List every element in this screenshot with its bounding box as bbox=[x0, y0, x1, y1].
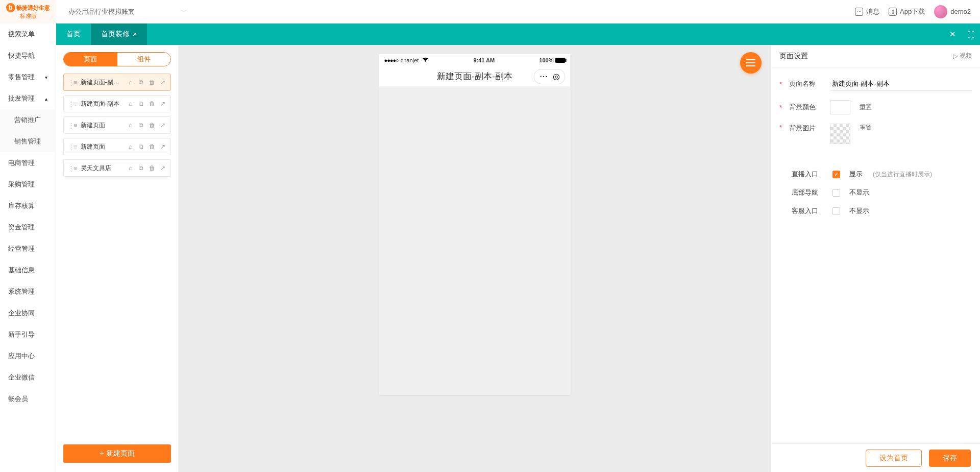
wifi-icon bbox=[422, 57, 429, 63]
live-label: 直播入口 bbox=[792, 170, 826, 179]
copy-icon[interactable]: ⧉ bbox=[137, 79, 145, 86]
phone-time: 9:41 AM bbox=[429, 57, 539, 63]
page-item[interactable]: ⋮≡昊天文具店⌂⧉🗑↗ bbox=[63, 159, 171, 177]
phone-body[interactable] bbox=[379, 87, 571, 395]
settings-title: 页面设置 bbox=[779, 52, 808, 61]
segment-control: 页面 组件 bbox=[63, 52, 171, 66]
copy-icon[interactable]: ⧉ bbox=[137, 143, 145, 151]
component-drawer-toggle[interactable] bbox=[740, 52, 762, 74]
logo: b 畅捷通好生意 标准版 bbox=[0, 0, 56, 23]
drag-handle-icon[interactable]: ⋮≡ bbox=[68, 79, 77, 86]
share-icon[interactable]: ↗ bbox=[159, 164, 166, 172]
sidebar-item[interactable]: 采购管理 bbox=[0, 174, 56, 195]
page-item[interactable]: ⋮≡新建页面-副本…⌂⧉🗑↗ bbox=[63, 74, 171, 91]
bgcolor-swatch[interactable] bbox=[830, 100, 850, 114]
tab-page-design[interactable]: 首页装修 × bbox=[91, 23, 147, 45]
sidebar-item[interactable]: 企业协同 bbox=[0, 302, 56, 324]
account-name: 办公用品行业模拟账套 bbox=[68, 7, 135, 16]
sidebar-item[interactable]: 畅会员 bbox=[0, 388, 56, 410]
messages-button[interactable]: ⋯ 消息 bbox=[855, 7, 879, 16]
sidebar-item[interactable]: 营销推广 bbox=[0, 109, 56, 131]
drag-handle-icon[interactable]: ⋮≡ bbox=[68, 100, 77, 108]
sidebar-item[interactable]: 快捷导航 bbox=[0, 45, 56, 66]
page-list-panel: 页面 组件 ⋮≡新建页面-副本…⌂⧉🗑↗⋮≡新建页面-副本⌂⧉🗑↗⋮≡新建页面⌂… bbox=[56, 45, 179, 472]
sidebar-item[interactable]: 库存核算 bbox=[0, 195, 56, 217]
share-icon[interactable]: ↗ bbox=[159, 100, 166, 108]
save-button[interactable]: 保存 bbox=[929, 450, 971, 467]
set-home-button[interactable]: 设为首页 bbox=[866, 450, 922, 467]
page-item[interactable]: ⋮≡新建页面⌂⧉🗑↗ bbox=[63, 116, 171, 134]
bgimg-picker[interactable] bbox=[830, 124, 850, 144]
copy-icon[interactable]: ⧉ bbox=[137, 164, 145, 172]
drag-handle-icon[interactable]: ⋮≡ bbox=[68, 122, 77, 129]
home-icon[interactable]: ⌂ bbox=[127, 100, 134, 108]
delete-icon[interactable]: 🗑 bbox=[148, 100, 156, 108]
page-item[interactable]: ⋮≡新建页面-副本⌂⧉🗑↗ bbox=[63, 95, 171, 112]
account-selector[interactable]: 办公用品行业模拟账套 ﹀ bbox=[68, 7, 187, 16]
service-checkbox[interactable] bbox=[832, 207, 840, 215]
close-icon[interactable]: × bbox=[133, 30, 137, 38]
copy-icon[interactable]: ⧉ bbox=[137, 100, 145, 108]
sidebar-item[interactable]: 零售管理▾ bbox=[0, 66, 56, 88]
workspace: 页面 组件 ⋮≡新建页面-副本…⌂⧉🗑↗⋮≡新建页面-副本⌂⧉🗑↗⋮≡新建页面⌂… bbox=[56, 45, 980, 472]
chevron-down-icon: ﹀ bbox=[181, 7, 187, 16]
drag-handle-icon[interactable]: ⋮≡ bbox=[68, 164, 77, 172]
sidebar-item[interactable]: 新手引导 bbox=[0, 324, 56, 345]
video-help-link[interactable]: ▷ 视频 bbox=[953, 52, 972, 60]
sidebar-item[interactable]: 电商管理 bbox=[0, 152, 56, 174]
share-icon[interactable]: ↗ bbox=[159, 79, 166, 86]
share-icon[interactable]: ↗ bbox=[159, 143, 166, 151]
segment-component[interactable]: 组件 bbox=[117, 53, 171, 66]
tab-home[interactable]: 首页 bbox=[56, 23, 91, 45]
bgimg-reset[interactable]: 重置 bbox=[860, 124, 872, 132]
phone-title: 新建页面-副本-副本 bbox=[437, 70, 512, 82]
page-item-name: 新建页面-副本 bbox=[81, 100, 122, 108]
sidebar-item[interactable]: 应用中心 bbox=[0, 345, 56, 367]
sidebar-item[interactable]: 搜索菜单 bbox=[0, 23, 56, 45]
sidebar: 搜索菜单快捷导航零售管理▾批发管理▴营销推广销售管理电商管理采购管理库存核算资金… bbox=[0, 23, 56, 472]
home-icon[interactable]: ⌂ bbox=[127, 122, 134, 129]
share-icon[interactable]: ↗ bbox=[159, 122, 166, 129]
bgcolor-reset[interactable]: 重置 bbox=[860, 103, 872, 112]
live-checkbox[interactable]: ✓ bbox=[832, 171, 840, 178]
segment-page[interactable]: 页面 bbox=[64, 53, 117, 66]
page-item-name: 新建页面 bbox=[81, 143, 122, 151]
copy-icon[interactable]: ⧉ bbox=[137, 122, 145, 129]
app-download-button[interactable]: ▯ App下载 bbox=[889, 7, 925, 16]
delete-icon[interactable]: 🗑 bbox=[148, 122, 156, 129]
sidebar-item[interactable]: 销售管理 bbox=[0, 131, 56, 152]
delete-icon[interactable]: 🗑 bbox=[148, 143, 156, 151]
delete-icon[interactable]: 🗑 bbox=[148, 164, 156, 172]
new-page-button[interactable]: + 新建页面 bbox=[63, 444, 171, 463]
home-icon[interactable]: ⌂ bbox=[127, 164, 134, 172]
page-name-input[interactable] bbox=[830, 77, 972, 91]
home-icon[interactable]: ⌂ bbox=[127, 143, 134, 151]
bgcolor-label: 背景颜色 bbox=[789, 103, 824, 112]
sidebar-item[interactable]: 经营管理 bbox=[0, 238, 56, 259]
page-item-name: 昊天文具店 bbox=[81, 164, 122, 173]
sidebar-item[interactable]: 资金管理 bbox=[0, 217, 56, 238]
sidebar-item[interactable]: 系统管理 bbox=[0, 281, 56, 302]
service-label: 客服入口 bbox=[792, 206, 826, 216]
signal-icon: ●●●●○ bbox=[384, 57, 399, 63]
home-icon[interactable]: ⌂ bbox=[127, 79, 134, 86]
page-item[interactable]: ⋮≡新建页面⌂⧉🗑↗ bbox=[63, 138, 171, 155]
fullscreen-button[interactable]: ⛶ bbox=[962, 23, 980, 45]
delete-icon[interactable]: 🗑 bbox=[148, 79, 156, 86]
battery-text: 100% bbox=[539, 57, 553, 63]
message-icon: ⋯ bbox=[855, 8, 863, 16]
avatar bbox=[934, 5, 947, 18]
sidebar-item[interactable]: 基础信息 bbox=[0, 259, 56, 281]
page-list: ⋮≡新建页面-副本…⌂⧉🗑↗⋮≡新建页面-副本⌂⧉🗑↗⋮≡新建页面⌂⧉🗑↗⋮≡新… bbox=[63, 74, 171, 177]
tabstrip-close-button[interactable]: ✕ bbox=[943, 23, 962, 45]
user-menu[interactable]: demo2 bbox=[934, 5, 971, 18]
bottom-nav-checkbox[interactable] bbox=[832, 189, 840, 197]
phone-titlebar: 新建页面-副本-副本 ⋯ ◎ bbox=[379, 66, 571, 87]
carrier-text: chanjet bbox=[401, 57, 419, 63]
mini-program-capsule[interactable]: ⋯ ◎ bbox=[534, 69, 566, 84]
sidebar-item[interactable]: 批发管理▴ bbox=[0, 88, 56, 109]
sidebar-item[interactable]: 企业微信 bbox=[0, 367, 56, 388]
drag-handle-icon[interactable]: ⋮≡ bbox=[68, 143, 77, 151]
bgimg-label: 背景图片 bbox=[789, 124, 824, 133]
phone-icon: ▯ bbox=[889, 8, 897, 16]
